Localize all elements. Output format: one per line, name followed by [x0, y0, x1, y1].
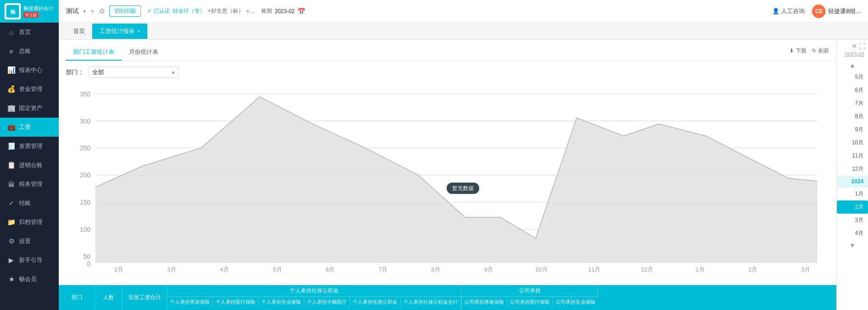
svg-text:11月: 11月 [588, 266, 600, 273]
logo-text: 畅捷通好会计 专业版 [24, 5, 53, 18]
date-month-10[interactable]: 10月 [837, 136, 868, 149]
period-value: 2023-02 [275, 8, 295, 14]
date-month-3[interactable]: 3月 [837, 214, 868, 227]
subtab-dept[interactable]: 部门工资统计表 [66, 44, 122, 61]
settings-icon: ⚙ [7, 237, 15, 245]
sidebar-item-guide[interactable]: ▶ 新手引导 [0, 251, 59, 270]
date-nav-up[interactable]: ▲ [837, 60, 868, 71]
date-month-8[interactable]: 8月 [837, 110, 868, 123]
th-group-company-subs: 公司承担养老保险 公司承担医疗保险 公司承担失业保险 [462, 297, 598, 307]
date-items-list: 5月 6月 7月 8月 9月 10月 11月 12月 2024 1月 2月 3月… [837, 71, 868, 240]
th-company-pension: 公司承担养老保险 [462, 297, 507, 307]
sidebar-nav: ⌂ 首页 ≡ 总账 📊 报表中心 💰 资金管理 🏢 固定资产 💼 工资 🧾 发票… [0, 23, 59, 310]
topbar-title: 测试 [66, 7, 79, 15]
svg-text:350: 350 [80, 90, 91, 97]
date-month-9[interactable]: 9月 [837, 123, 868, 136]
tag-more: +… [246, 8, 255, 14]
svg-text:100: 100 [80, 226, 91, 233]
th-total-salary: 应发工资合计 [122, 285, 167, 310]
date-month-12[interactable]: 12月 [837, 162, 868, 176]
svg-text:250: 250 [80, 144, 91, 152]
svg-text:0: 0 [87, 260, 91, 267]
expand-panel-icon[interactable]: ⛶ [859, 43, 865, 50]
service-icon: 👤 [772, 8, 779, 14]
th-group-personal: 个人承担社保公积金 个人承担养老保险 个人承担医疗保险 个人承担失业保险 个人承… [167, 285, 462, 310]
date-month-7[interactable]: 7月 [837, 97, 868, 110]
svg-text:9月: 9月 [484, 266, 493, 273]
sidebar-logo: 畅 畅捷通好会计 专业版 [0, 0, 59, 23]
date-month-2-active[interactable]: 2月 [837, 200, 868, 214]
sidebar-item-assets[interactable]: 🏢 固定资产 [0, 99, 59, 118]
date-month-5[interactable]: 5月 [837, 71, 868, 84]
reports-icon: 📊 [7, 66, 15, 74]
download-button[interactable]: ⬇ 下载 [789, 47, 807, 55]
tag-business: +好生意（标） [208, 7, 244, 15]
refresh-icon: ↻ [812, 48, 816, 54]
topbar-arrow-icon: ▾ [83, 8, 86, 14]
sidebar-item-archive[interactable]: 📁 归档管理 [0, 213, 59, 232]
chart-area: 350 300 250 200 150 100 50 0 2月 [59, 83, 836, 285]
svg-text:10月: 10月 [535, 266, 547, 273]
dept-select[interactable]: 全部 销售部 财务部 技术部 管理部 [88, 67, 179, 78]
svg-text:2月: 2月 [748, 266, 757, 273]
subtabs: 部门工资统计表 月份统计表 ⬇ 下载 ↻ 刷新 [59, 40, 836, 61]
archive-icon: 📁 [7, 218, 15, 226]
chart-svg: 350 300 250 200 150 100 50 0 2月 [66, 88, 829, 281]
period-label: 账期 [261, 7, 272, 15]
subtab-monthly[interactable]: 月份统计表 [122, 44, 165, 61]
certified-tag: ✓ 已认证 [147, 7, 170, 15]
svg-text:8月: 8月 [431, 266, 440, 273]
service-button[interactable]: 👤 人工咨询 [772, 7, 805, 15]
salary-icon: 💼 [7, 123, 15, 131]
sidebar-item-salary[interactable]: 💼 工资 [0, 118, 59, 137]
right-date-sidebar: ✕ ⛶ 2023.02 ▲ 5月 6月 7月 8月 9月 10月 11月 12月… [836, 40, 868, 310]
svg-text:3月: 3月 [801, 266, 810, 273]
sidebar-item-funds[interactable]: 💰 资金管理 [0, 80, 59, 99]
sidebar-item-tax[interactable]: 🏛 税务管理 [0, 175, 59, 194]
th-dept: 部门 [59, 285, 95, 310]
topbar-gear-icon[interactable]: ⚙ [99, 7, 105, 15]
topbar-tags: ✓ 已认证 好会计（专） +好生意（标） +… 账期 2023-02 📅 [147, 7, 305, 15]
settle-icon: ✓ [7, 199, 15, 207]
calendar-icon[interactable]: 📅 [297, 8, 305, 15]
close-panel-icon[interactable]: ✕ [852, 43, 857, 50]
sidebar-item-settings[interactable]: ⚙ 设置 [0, 232, 59, 251]
main-content: 测试 ▾ + ⚙ 切到旧版 ✓ 已认证 好会计（专） +好生意（标） +… 账期… [59, 0, 868, 310]
switch-old-button[interactable]: 切到旧版 [109, 5, 141, 17]
topbar-right: 👤 人工咨询 CE 轻捷通B组... [772, 5, 861, 18]
date-month-11[interactable]: 11月 [837, 149, 868, 162]
dept-filter-label: 部门： [66, 68, 84, 76]
th-personal-unemployment: 个人承担失业保险 [259, 297, 304, 307]
svg-text:300: 300 [80, 117, 91, 124]
topbar-add-icon[interactable]: + [90, 7, 94, 15]
tab-close-icon[interactable]: × [137, 29, 140, 34]
sidebar-item-settle[interactable]: ✓ 结账 [0, 194, 59, 213]
logo-icon: 畅 [5, 3, 21, 19]
sales-icon: 📋 [7, 161, 15, 169]
th-personal-medical: 个人承担医疗保险 [213, 297, 259, 307]
sidebar-item-reports[interactable]: 📊 报表中心 [0, 61, 59, 80]
svg-text:6月: 6月 [326, 266, 335, 273]
tab-home[interactable]: 首页 [66, 24, 92, 39]
date-month-6[interactable]: 6月 [837, 84, 868, 97]
svg-text:50: 50 [84, 253, 91, 260]
date-month-4[interactable]: 4月 [837, 227, 868, 240]
user-menu[interactable]: CE 轻捷通B组... [812, 5, 861, 18]
guide-icon: ▶ [7, 256, 15, 264]
date-current-label: 2023.02 [837, 50, 868, 60]
subtabs-right: ⬇ 下载 ↻ 刷新 [789, 47, 829, 58]
refresh-button[interactable]: ↻ 刷新 [812, 47, 829, 55]
funds-icon: 💰 [7, 85, 15, 93]
date-nav-down[interactable]: ▼ [837, 240, 868, 251]
sidebar-item-ledger[interactable]: ≡ 总账 [0, 42, 59, 61]
sidebar-item-membership[interactable]: ★ 畅会员 [0, 270, 59, 289]
sidebar-item-sales[interactable]: 📋 进销台账 [0, 156, 59, 175]
svg-text:4月: 4月 [220, 266, 229, 273]
ledger-icon: ≡ [7, 48, 15, 55]
sidebar-item-home[interactable]: ⌂ 首页 [0, 23, 59, 42]
th-personal-major-medical: 个人承担大额医疗 [304, 297, 350, 307]
sidebar-item-invoices[interactable]: 🧾 发票管理 [0, 137, 59, 156]
tab-salary-report[interactable]: 工资统计报表 × [92, 24, 147, 39]
date-month-1[interactable]: 1月 [837, 187, 868, 200]
svg-text:150: 150 [80, 199, 91, 206]
